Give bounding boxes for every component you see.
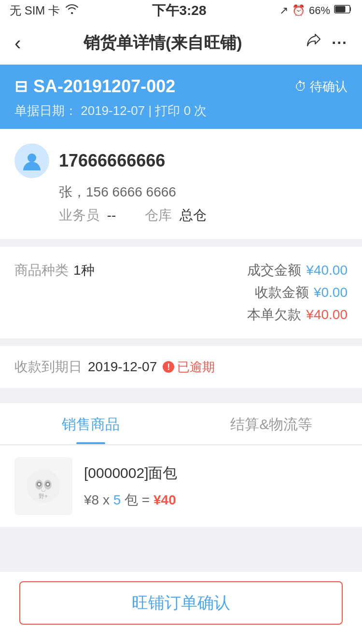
battery-icon (334, 4, 352, 17)
divider-1 (0, 239, 362, 247)
confirm-button-wrapper: 旺铺订单确认 (0, 571, 362, 644)
customer-name: 17666666666 (59, 151, 165, 171)
status-clock-icon: ⏱ (294, 79, 307, 94)
product-card: 野+ [0000002]面包 ¥8 x 5 包 = ¥40 (0, 446, 362, 527)
carrier-text: 无 SIM 卡 (10, 3, 60, 18)
product-image: 野+ (14, 457, 72, 515)
wifi-icon (65, 4, 79, 17)
product-unit-price: ¥8 (84, 492, 99, 507)
due-amount-row: 本单欠款 ¥40.00 (247, 306, 348, 324)
due-date-card: 收款到期日 2019-12-07 ! 已逾期 (0, 346, 362, 388)
tab-bar: 销售商品 结算&物流等 (0, 403, 362, 445)
confirm-order-button[interactable]: 旺铺订单确认 (19, 581, 343, 625)
svg-point-0 (71, 12, 73, 14)
nav-bar-left[interactable]: ‹ (14, 33, 21, 53)
svg-rect-2 (335, 6, 345, 13)
order-print-info: | 打印 0 次 (148, 103, 207, 118)
status-bar-left: 无 SIM 卡 (10, 3, 79, 18)
status-bar-right: ↗ ⏰ 66% (279, 4, 352, 17)
sales-rep-value: -- (107, 208, 116, 223)
svg-point-3 (28, 154, 36, 162)
product-info: [0000002]面包 ¥8 x 5 包 = ¥40 (84, 463, 348, 509)
status-bar: 无 SIM 卡 下午3:28 ↗ ⏰ 66% (0, 0, 362, 21)
product-type-count: 1种 (73, 261, 95, 280)
customer-card: 17666666666 张，156 6666 6666 业务员 -- 仓库 总仓 (0, 129, 362, 239)
tab-products[interactable]: 销售商品 (0, 403, 181, 444)
sales-rep-label: 业务员 (59, 208, 99, 223)
divider-3 (0, 388, 362, 395)
order-icon: ⊟ (14, 77, 28, 96)
page-title: 销货单详情(来自旺铺) (84, 32, 242, 54)
product-unit: 包 (125, 492, 138, 507)
collected-amount-row: 收款金额 ¥0.00 (255, 283, 348, 302)
warehouse-value: 总仓 (180, 208, 207, 223)
product-equals: = (142, 492, 153, 507)
transaction-amount-label: 成交金额 (247, 261, 301, 280)
order-id-text: SA-20191207-002 (33, 76, 175, 97)
tab-settlement[interactable]: 结算&物流等 (181, 403, 362, 444)
due-date-label: 收款到期日 (14, 358, 82, 376)
svg-point-9 (38, 483, 41, 486)
battery-text: 66% (309, 4, 330, 17)
product-multiply: x (103, 492, 113, 507)
order-id: ⊟ SA-20191207-002 (14, 76, 175, 97)
product-type-section: 商品种类 1种 (14, 261, 95, 280)
share-icon[interactable] (305, 32, 322, 53)
back-button[interactable]: ‹ (14, 33, 21, 53)
order-date-value: 2019-12-07 (81, 103, 145, 118)
svg-text:野+: 野+ (39, 493, 48, 500)
summary-card: 商品种类 1种 成交金额 ¥40.00 收款金额 ¥0.00 本单欠款 ¥40.… (0, 247, 362, 338)
due-amount-label: 本单欠款 (247, 306, 301, 324)
alarm-icon: ⏰ (292, 4, 305, 17)
divider-2 (0, 338, 362, 346)
order-header: ⊟ SA-20191207-002 ⏱ 待确认 单据日期： 2019-12-07… (0, 65, 362, 129)
order-status: ⏱ 待确认 (294, 78, 348, 95)
product-quantity: 5 (113, 492, 121, 507)
warehouse-label: 仓库 (145, 208, 172, 223)
transaction-amount-row: 成交金额 ¥40.00 (247, 261, 348, 280)
amount-section: 成交金额 ¥40.00 收款金额 ¥0.00 本单欠款 ¥40.00 (247, 261, 348, 324)
order-date-label: 单据日期： (14, 103, 77, 118)
due-amount-value: ¥40.00 (306, 307, 348, 322)
due-date-value: 2019-12-07 (88, 359, 157, 375)
svg-point-10 (47, 483, 49, 486)
location-icon: ↗ (279, 4, 288, 17)
status-bar-time: 下午3:28 (152, 1, 206, 20)
overdue-badge: ! 已逾期 (163, 359, 215, 376)
overdue-icon: ! (163, 361, 174, 373)
avatar (14, 143, 49, 178)
customer-contact: 张，156 6666 6666 (59, 183, 348, 201)
collected-amount-value: ¥0.00 (314, 285, 348, 300)
overdue-text: 已逾期 (177, 359, 215, 376)
collected-amount-label: 收款金额 (255, 283, 309, 302)
product-name: [0000002]面包 (84, 463, 348, 483)
tab-settlement-label: 结算&物流等 (230, 416, 312, 432)
customer-meta: 业务员 -- 仓库 总仓 (59, 206, 348, 224)
order-status-text: 待确认 (310, 78, 348, 95)
transaction-amount-value: ¥40.00 (306, 263, 348, 278)
tab-products-label: 销售商品 (62, 416, 120, 432)
nav-bar-right[interactable]: ··· (305, 32, 348, 53)
product-total: ¥40 (153, 492, 176, 507)
product-price-row: ¥8 x 5 包 = ¥40 (84, 491, 348, 509)
nav-bar: ‹ 销货单详情(来自旺铺) ··· (0, 21, 362, 65)
order-date: 单据日期： 2019-12-07 | 打印 0 次 (14, 102, 348, 119)
more-icon[interactable]: ··· (332, 34, 348, 52)
product-type-label: 商品种类 (14, 261, 69, 280)
